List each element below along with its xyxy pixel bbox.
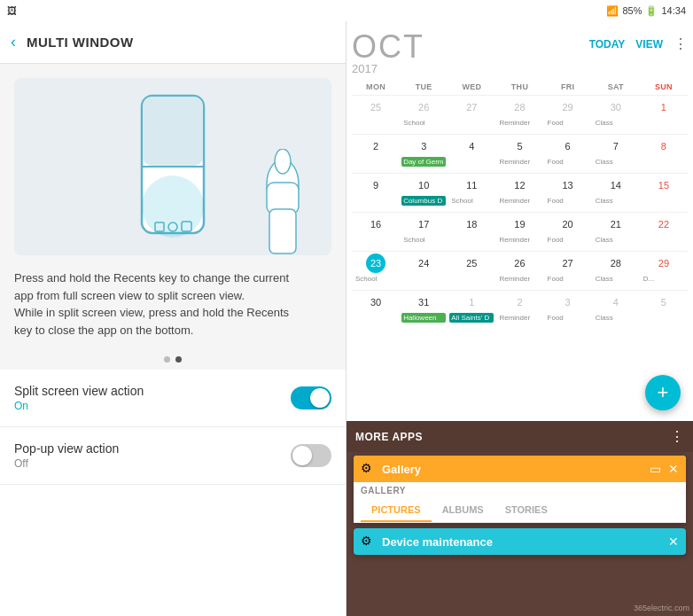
cal-cell[interactable]: 5	[640, 290, 688, 329]
maintenance-close-button[interactable]: ✕	[668, 534, 679, 549]
multiwin-title: MORE APPS	[355, 431, 423, 443]
cal-cell[interactable]: 31Halloween	[400, 290, 448, 329]
circle-highlight	[142, 175, 204, 238]
maintenance-title: Device maintenance	[382, 535, 668, 549]
gallery-tab-stories[interactable]: STORIES	[494, 499, 558, 522]
gallery-tab-albums[interactable]: ALBUMS	[432, 499, 494, 522]
popup-view-knob	[292, 446, 312, 465]
cal-cell[interactable]: 19Reminder	[495, 212, 543, 251]
signal-strength: 85%	[622, 5, 642, 16]
split-screen-status: On	[14, 400, 144, 412]
cal-cell[interactable]: 20Food	[544, 212, 592, 251]
cal-cell[interactable]: 2Reminder	[495, 290, 543, 329]
cal-month-year: OCT 2017	[352, 28, 424, 75]
svg-point-7	[275, 149, 291, 174]
maintenance-card[interactable]: ⚙ Device maintenance ✕	[354, 528, 686, 555]
cal-cell[interactable]: 1	[640, 95, 688, 134]
popup-view-toggle[interactable]	[291, 444, 331, 467]
day-header-mon: MON	[352, 81, 400, 95]
cal-cell[interactable]: 30Class	[592, 95, 640, 134]
cal-cell[interactable]: 21Class	[592, 212, 640, 251]
multiwin-menu-button[interactable]: ⋮	[670, 428, 684, 445]
dot-2	[175, 356, 182, 363]
cal-cell[interactable]: 29Food	[544, 95, 592, 134]
cal-cell[interactable]: 24	[400, 251, 448, 290]
today-button[interactable]: TODAY	[589, 38, 626, 51]
cal-cell[interactable]: 28Reminder	[495, 95, 543, 134]
day-header-sun: SUN	[640, 81, 688, 95]
clock: 14:34	[661, 5, 686, 16]
gallery-icon: ⚙	[361, 461, 377, 477]
status-bar: 🖼 📶 85% 🔋 14:34	[0, 0, 693, 21]
cal-cell[interactable]: 11School	[448, 173, 495, 212]
cal-cell[interactable]: 5Reminder	[495, 134, 543, 173]
cal-cell[interactable]: 4Class	[592, 290, 640, 329]
cal-month: OCT	[352, 28, 424, 66]
cal-cell[interactable]: 29D...	[640, 251, 688, 290]
cal-cell[interactable]: 26School	[400, 95, 448, 134]
cal-cell[interactable]: 3Day of Germ	[400, 134, 448, 173]
day-header-wed: WED	[448, 81, 495, 95]
gallery-tabs: PICTURES ALBUMS STORIES	[354, 499, 686, 523]
wifi-icon: 📶	[606, 5, 619, 17]
left-header: ‹ MULTI WINDOW	[0, 21, 346, 64]
cal-cell[interactable]: 22	[640, 212, 688, 251]
gallery-minimize-button[interactable]: ▭	[650, 462, 661, 476]
cal-cell[interactable]: 18	[448, 212, 495, 251]
cal-cell[interactable]: 25	[352, 95, 400, 134]
cal-grid: MON TUE WED THU FRI SAT SUN 25 26School …	[352, 81, 688, 329]
split-screen-setting[interactable]: Split screen view action On	[0, 370, 346, 427]
svg-rect-9	[269, 209, 296, 253]
multiwin-section: MORE APPS ⋮ ⚙ Gallery ▭ ✕ GALLERY PICTUR…	[346, 421, 693, 616]
gallery-tab-pictures[interactable]: PICTURES	[361, 499, 432, 522]
right-panel: OCT 2017 TODAY VIEW ⋮ MON TUE WED THU FR…	[346, 21, 693, 616]
cal-cell[interactable]: 15	[640, 173, 688, 212]
cal-cell[interactable]: 12Reminder	[495, 173, 543, 212]
gallery-subheader: GALLERY	[354, 482, 686, 499]
cal-actions: TODAY VIEW ⋮	[589, 28, 688, 52]
status-left: 🖼	[7, 5, 17, 16]
cal-header: OCT 2017 TODAY VIEW ⋮	[352, 28, 688, 75]
cal-cell[interactable]: 28Class	[592, 251, 640, 290]
svg-rect-2	[143, 97, 203, 166]
gallery-card-actions: ▭ ✕	[650, 462, 679, 476]
cal-cell[interactable]: 13Food	[544, 173, 592, 212]
cal-cell[interactable]: 16	[352, 212, 400, 251]
add-event-fab[interactable]: +	[645, 375, 681, 410]
cal-cell-today[interactable]: 23School	[352, 251, 400, 290]
popup-view-setting[interactable]: Pop-up view action Off	[0, 427, 346, 485]
cal-cell[interactable]: 17School	[400, 212, 448, 251]
cal-cell[interactable]: 10Columbus D	[400, 173, 448, 212]
cal-cell[interactable]: 27Food	[544, 251, 592, 290]
view-button[interactable]: VIEW	[635, 38, 663, 51]
cal-cell[interactable]: 2	[352, 134, 400, 173]
back-button[interactable]: ‹	[11, 33, 16, 51]
gallery-card[interactable]: ⚙ Gallery ▭ ✕ GALLERY PICTURES ALBUMS ST…	[354, 456, 686, 523]
settings-section: Split screen view action On Pop-up view …	[0, 370, 346, 616]
maintenance-card-header: ⚙ Device maintenance ✕	[354, 528, 686, 555]
cal-cell[interactable]: 7Class	[592, 134, 640, 173]
cal-cell[interactable]: 27	[448, 95, 495, 134]
cal-cell[interactable]: 4	[448, 134, 495, 173]
cal-menu-button[interactable]: ⋮	[674, 35, 688, 52]
split-screen-toggle[interactable]	[291, 386, 331, 409]
notification-icon: 🖼	[7, 5, 17, 16]
main-area: ‹ MULTI WINDOW	[0, 21, 693, 616]
cal-cell[interactable]: 26Reminder	[495, 251, 543, 290]
cal-cell[interactable]: 25	[448, 251, 495, 290]
description-text: Press and hold the Recents key to change…	[0, 269, 346, 349]
cal-cell[interactable]: 9	[352, 173, 400, 212]
cal-cell[interactable]: 14Class	[592, 173, 640, 212]
cal-cell[interactable]: 6Food	[544, 134, 592, 173]
cal-cell[interactable]: 8	[640, 134, 688, 173]
cal-cell[interactable]: 3Food	[544, 290, 592, 329]
popup-view-label-group: Pop-up view action Off	[14, 441, 119, 470]
day-header-thu: THU	[495, 81, 543, 95]
split-screen-label-group: Split screen view action On	[14, 384, 144, 412]
split-screen-label: Split screen view action	[14, 384, 144, 398]
gallery-close-button[interactable]: ✕	[668, 462, 679, 476]
cal-cell[interactable]: 1All Saints' D	[448, 290, 495, 329]
cal-cell[interactable]: 30	[352, 290, 400, 329]
day-header-tue: TUE	[400, 81, 448, 95]
page-title: MULTI WINDOW	[27, 35, 134, 50]
